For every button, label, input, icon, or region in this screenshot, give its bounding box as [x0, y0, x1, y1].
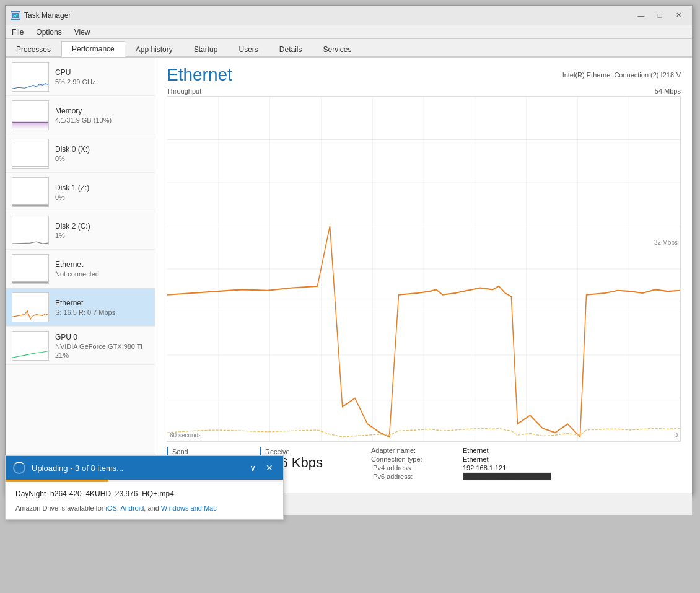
svg-rect-1	[12, 122, 48, 130]
disk1-thumbnail	[12, 177, 49, 207]
panel-header: Ethernet Intel(R) Ethernet Connection (2…	[167, 65, 681, 85]
ipv4-value: 192.168.1.121	[463, 464, 551, 472]
disk2-subtitle: 1%	[55, 232, 149, 239]
disk1-subtitle: 0%	[55, 193, 149, 201]
disk0-title: Disk 0 (X:)	[55, 145, 149, 154]
maximize-button[interactable]: □	[651, 9, 668, 22]
connection-type-value: Ethernet	[463, 455, 551, 463]
menu-bar: File Options View	[6, 25, 692, 39]
upload-minimize-button[interactable]: ∨	[247, 463, 258, 473]
disk2-thumbnail	[12, 216, 49, 245]
task-manager-window: Task Manager — □ ✕ File Options View Pro…	[5, 5, 693, 494]
disk0-subtitle: 0%	[55, 155, 149, 162]
cpu-thumbnail	[12, 62, 49, 92]
adapter-info: Intel(R) Ethernet Connection (2) I218-V	[562, 71, 681, 79]
memory-subtitle: 4.1/31.9 GB (13%)	[55, 116, 149, 124]
app-icon	[11, 11, 20, 20]
menu-file[interactable]: File	[6, 27, 30, 38]
sidebar-item-cpu[interactable]: CPU 5% 2.99 GHz	[6, 58, 155, 96]
minimize-button[interactable]: —	[632, 9, 650, 22]
memory-thumbnail	[12, 100, 49, 130]
sidebar-item-ethernet1[interactable]: Ethernet Not connected	[6, 250, 155, 288]
upload-promo-android[interactable]: Android	[120, 504, 144, 512]
sidebar-item-disk1[interactable]: Disk 1 (Z:) 0%	[6, 173, 155, 211]
chart-svg	[167, 97, 680, 441]
ethernet2-subtitle: S: 16.5 R: 0.7 Mbps	[55, 309, 149, 316]
tabs-bar: Processes Performance App history Startu…	[6, 39, 692, 58]
tab-performance[interactable]: Performance	[61, 41, 125, 57]
upload-controls: ∨ ✕	[247, 463, 276, 473]
menu-options[interactable]: Options	[30, 27, 68, 38]
upload-promo-ios[interactable]: iOS	[106, 504, 117, 512]
close-button[interactable]: ✕	[670, 9, 687, 22]
ipv4-label: IPv4 address:	[371, 464, 458, 472]
ipv6-label: IPv6 address:	[371, 473, 458, 480]
cpu-subtitle: 5% 2.99 GHz	[55, 78, 149, 86]
cpu-title: CPU	[55, 68, 149, 77]
upload-spinner	[13, 462, 25, 474]
sidebar-item-disk0[interactable]: Disk 0 (X:) 0%	[6, 134, 155, 173]
adapter-name-value: Ethernet	[463, 447, 551, 454]
upload-header: Uploading - 3 of 8 items... ∨ ✕	[6, 456, 283, 480]
ethernet1-thumbnail	[12, 254, 49, 284]
tab-app-history[interactable]: App history	[125, 41, 183, 57]
disk2-title: Disk 2 (C:)	[55, 222, 149, 231]
disk1-info: Disk 1 (Z:) 0%	[55, 183, 149, 201]
gpu0-thumbnail	[12, 331, 49, 361]
memory-title: Memory	[55, 107, 149, 115]
upload-title: Uploading - 3 of 8 items...	[32, 463, 242, 473]
ethernet2-thumbnail	[12, 292, 49, 322]
content-area: CPU 5% 2.99 GHz Memory 4.1/31.9 GB (13%)	[6, 58, 692, 493]
disk0-thumbnail	[12, 139, 49, 169]
time-label: 60 seconds	[170, 432, 201, 439]
gpu0-subtitle: NVIDIA GeForce GTX 980 Ti	[55, 343, 149, 350]
adapter-details: Adapter name: Ethernet Connection type: …	[371, 447, 551, 480]
cpu-info: CPU 5% 2.99 GHz	[55, 68, 149, 86]
sidebar-item-disk2[interactable]: Disk 2 (C:) 1%	[6, 211, 155, 250]
ethernet1-info: Ethernet Not connected	[55, 260, 149, 278]
upload-close-button[interactable]: ✕	[263, 463, 276, 473]
throughput-label-row: Throughput 54 Mbps	[167, 87, 681, 95]
tab-details[interactable]: Details	[269, 41, 313, 57]
adapter-name-label: Adapter name:	[371, 447, 458, 454]
gpu0-title: GPU 0	[55, 333, 149, 341]
tab-processes[interactable]: Processes	[6, 41, 61, 57]
connection-type-label: Connection type:	[371, 455, 458, 463]
sidebar-item-gpu0[interactable]: GPU 0 NVIDIA GeForce GTX 980 Ti 21%	[6, 327, 155, 365]
max-mbps-label: 54 Mbps	[655, 87, 681, 95]
sidebar-item-ethernet2[interactable]: Ethernet S: 16.5 R: 0.7 Mbps	[6, 288, 155, 327]
disk2-info: Disk 2 (C:) 1%	[55, 222, 149, 239]
sidebar-item-memory[interactable]: Memory 4.1/31.9 GB (13%)	[6, 96, 155, 134]
upload-promo-winmac[interactable]: Windows and Mac	[161, 504, 217, 512]
upload-notification: Uploading - 3 of 8 items... ∨ ✕ DayNight…	[5, 455, 284, 520]
main-panel: Ethernet Intel(R) Ethernet Connection (2…	[155, 58, 692, 493]
panel-title: Ethernet	[167, 65, 232, 85]
gpu0-info: GPU 0 NVIDIA GeForce GTX 980 Ti 21%	[55, 333, 149, 359]
disk1-title: Disk 1 (Z:)	[55, 183, 149, 192]
upload-body: DayNight_h264-420_4KUHD_23.976_HQ+.mp4 A…	[6, 482, 283, 519]
svg-rect-0	[12, 12, 19, 19]
menu-view[interactable]: View	[68, 27, 97, 38]
sidebar: CPU 5% 2.99 GHz Memory 4.1/31.9 GB (13%)	[6, 58, 155, 493]
upload-promo-text: Amazon Drive is available for	[15, 504, 106, 512]
window-title: Task Manager	[24, 11, 632, 20]
throughput-chart: 60 seconds 0 32 Mbps	[167, 96, 681, 442]
tab-startup[interactable]: Startup	[183, 41, 229, 57]
title-bar: Task Manager — □ ✕	[6, 6, 692, 25]
throughput-label: Throughput	[167, 87, 201, 95]
tab-services[interactable]: Services	[313, 41, 362, 57]
ethernet2-info: Ethernet S: 16.5 R: 0.7 Mbps	[55, 299, 149, 316]
memory-info: Memory 4.1/31.9 GB (13%)	[55, 107, 149, 124]
disk0-info: Disk 0 (X:) 0%	[55, 145, 149, 162]
ethernet1-subtitle: Not connected	[55, 270, 149, 278]
ethernet2-title: Ethernet	[55, 299, 149, 307]
upload-promo: Amazon Drive is available for iOS, Andro…	[15, 504, 273, 512]
upload-filename: DayNight_h264-420_4KUHD_23.976_HQ+.mp4	[15, 490, 273, 498]
window-controls: — □ ✕	[632, 9, 687, 22]
mid-mbps-label: 32 Mbps	[654, 239, 678, 246]
tab-users[interactable]: Users	[228, 41, 268, 57]
ipv6-value: ████████████████████	[463, 473, 551, 480]
gpu0-usage: 21%	[55, 351, 149, 359]
zero-label: 0	[674, 432, 678, 439]
ethernet1-title: Ethernet	[55, 260, 149, 269]
